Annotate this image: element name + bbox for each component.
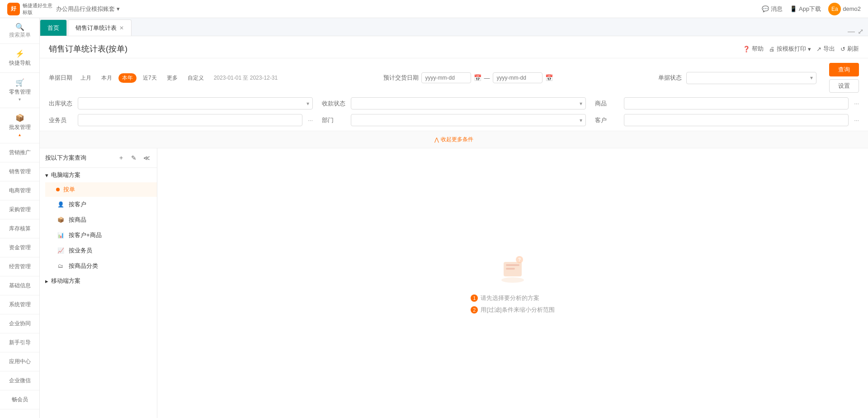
sidebar-item-inventory[interactable]: 库存核算 bbox=[0, 219, 39, 238]
empty-tip-2: 2 用[过滤]条件来缩小分析范围 bbox=[471, 304, 554, 316]
empty-tip-1: 1 请先选择要分析的方案 bbox=[471, 292, 554, 304]
expected-date-label: 预计交货日期 bbox=[383, 74, 419, 82]
settings-button[interactable]: 设置 bbox=[829, 79, 859, 93]
tree-item-by-order[interactable]: 按单 bbox=[45, 182, 157, 197]
logo-text: 畅捷通好生意 标版 bbox=[23, 2, 52, 15]
active-dot-icon bbox=[56, 188, 60, 191]
collapse-btn[interactable]: ⋀ 收起更多条件 bbox=[434, 136, 473, 143]
calendar-end-icon[interactable]: 📅 bbox=[545, 74, 553, 81]
goods-field-group: 商品 ··· bbox=[595, 97, 859, 109]
refresh-btn[interactable]: ↺ 刷新 bbox=[840, 45, 859, 53]
sidebar-item-ecommerce[interactable]: 电商管理 bbox=[0, 181, 39, 200]
tree-item-by-category[interactable]: 🗂 按商品分类 bbox=[45, 258, 157, 274]
shortcut-7days[interactable]: 近7天 bbox=[139, 73, 160, 83]
svg-rect-3 bbox=[506, 268, 515, 270]
top-bar: 好 畅捷通好生意 标版 办公用品行业模拟账套 ▾ 💬 消息 📱 App下载 Ea… bbox=[0, 0, 868, 18]
tree-expand-icon: ▾ bbox=[45, 172, 48, 179]
sidebar-item-system[interactable]: 系统管理 bbox=[0, 295, 39, 314]
search-button[interactable]: 查询 bbox=[829, 63, 859, 76]
refresh-icon: ↺ bbox=[840, 46, 845, 52]
tab-minimize-icon[interactable]: — bbox=[848, 28, 855, 36]
sidebar-item-purchase[interactable]: 采购管理 bbox=[0, 200, 39, 219]
sidebar-item-quick-nav[interactable]: ⚡ 快捷导航 bbox=[0, 44, 39, 73]
sidebar-item-wechat[interactable]: 企业微信 bbox=[0, 371, 39, 390]
tab-home[interactable]: 首页 bbox=[40, 19, 67, 36]
tree-parent-desktop[interactable]: ▾ 电脑端方案 bbox=[40, 168, 157, 182]
tab-maximize-icon[interactable]: ⤢ bbox=[858, 27, 863, 36]
sidebar-item-sales[interactable]: 销售管理 bbox=[0, 162, 39, 181]
expected-date-start[interactable] bbox=[421, 72, 471, 83]
tab-sales-order-stats[interactable]: 销售订单统计表 ✕ bbox=[68, 19, 132, 36]
date-field-group: 单据日期 上月 本月 本年 近7天 更多 自定义 2023-01-01 至 20… bbox=[49, 73, 278, 83]
shortcut-custom[interactable]: 自定义 bbox=[184, 73, 208, 83]
shortcut-more[interactable]: 更多 bbox=[163, 73, 181, 83]
collapse-section: ⋀ 收起更多条件 bbox=[40, 131, 868, 148]
empty-state: ? 1 请先选择要分析的方案 2 用[过滤]条件来缩小分析范围 bbox=[471, 251, 554, 316]
message-icon: 💬 bbox=[762, 5, 769, 12]
payment-select[interactable] bbox=[351, 97, 586, 109]
main-body: 按以下方案查询 ＋ ✎ ≪ ▾ 电脑端方案 bbox=[40, 148, 868, 418]
help-icon: ❓ bbox=[743, 46, 750, 52]
export-icon: ↗ bbox=[816, 46, 821, 52]
company-selector[interactable]: 办公用品行业模拟账套 ▾ bbox=[56, 5, 120, 13]
tree-parent-mobile[interactable]: ▸ 移动端方案 bbox=[40, 274, 157, 288]
delivery-field-group: 出库状态 bbox=[49, 97, 313, 109]
delivery-select[interactable] bbox=[78, 97, 313, 109]
app-download-btn[interactable]: 📱 App下载 bbox=[790, 5, 821, 13]
empty-tips: 1 请先选择要分析的方案 2 用[过滤]条件来缩小分析范围 bbox=[471, 292, 554, 316]
calendar-start-icon[interactable]: 📅 bbox=[474, 74, 481, 81]
shortcut-this-month[interactable]: 本月 bbox=[98, 73, 116, 83]
export-btn[interactable]: ↗ 导出 bbox=[816, 45, 835, 53]
dept-select-wrap bbox=[351, 114, 586, 126]
tree-collapse-icon: ▸ bbox=[45, 278, 48, 285]
edit-scheme-btn[interactable]: ✎ bbox=[129, 153, 139, 163]
sidebar-item-finance[interactable]: 资金管理 bbox=[0, 238, 39, 257]
tip-num-2: 2 bbox=[471, 306, 478, 314]
help-btn[interactable]: ❓ 帮助 bbox=[743, 45, 764, 53]
payment-select-wrap bbox=[351, 97, 586, 109]
print-icon: 🖨 bbox=[769, 46, 775, 52]
sidebar-item-member[interactable]: 畅会员 bbox=[0, 390, 39, 409]
customer-dots-btn[interactable]: ··· bbox=[854, 117, 859, 124]
goods-input[interactable] bbox=[624, 97, 849, 109]
tree-item-by-salesman[interactable]: 📈 按业务员 bbox=[45, 243, 157, 258]
add-scheme-btn[interactable]: ＋ bbox=[116, 153, 126, 163]
print-arrow-icon: ▾ bbox=[808, 46, 811, 52]
tree-item-by-goods[interactable]: 📦 按商品 bbox=[45, 212, 157, 228]
salesman-input[interactable] bbox=[78, 114, 302, 126]
print-template-btn[interactable]: 🖨 按模板打印 ▾ bbox=[769, 45, 811, 53]
empty-state-icon: ? bbox=[495, 251, 531, 287]
tree-item-by-customer-goods[interactable]: 📊 按客户+商品 bbox=[45, 228, 157, 243]
customer-input[interactable] bbox=[624, 114, 849, 126]
expected-date-end[interactable] bbox=[493, 72, 542, 83]
salesman-icon: 📈 bbox=[56, 246, 65, 255]
shortcut-last-month[interactable]: 上月 bbox=[77, 73, 95, 83]
sidebar-search[interactable]: 🔍 搜索菜单 bbox=[0, 18, 39, 44]
tab-close-icon[interactable]: ✕ bbox=[119, 25, 124, 31]
left-panel-title: 按以下方案查询 bbox=[45, 154, 86, 162]
payment-field-group: 收款状态 bbox=[322, 97, 586, 109]
sidebar-item-marketing[interactable]: 营销推广 bbox=[0, 143, 39, 162]
sidebar-item-enterprise[interactable]: 企业协同 bbox=[0, 314, 39, 333]
sidebar-item-app-center[interactable]: 应用中心 bbox=[0, 352, 39, 371]
collapse-panel-btn[interactable]: ≪ bbox=[142, 153, 151, 163]
dept-select[interactable] bbox=[351, 114, 586, 126]
sidebar-item-retail[interactable]: 🛒 零售管理 ▾ bbox=[0, 73, 39, 108]
sidebar-item-wholesale[interactable]: 📦 批发管理 ▴ bbox=[0, 108, 39, 143]
svg-point-0 bbox=[501, 277, 524, 283]
user-menu[interactable]: Ea demo2 bbox=[828, 3, 861, 15]
goods-label: 商品 bbox=[595, 100, 620, 108]
status-select[interactable] bbox=[686, 72, 816, 84]
sidebar-item-guide[interactable]: 新手引导 bbox=[0, 333, 39, 352]
message-btn[interactable]: 💬 消息 bbox=[762, 5, 783, 13]
sidebar-item-basic[interactable]: 基础信息 bbox=[0, 276, 39, 295]
page-title: 销售订单统计表(按单) bbox=[49, 43, 127, 54]
sidebar-item-operation[interactable]: 经营管理 bbox=[0, 257, 39, 276]
salesman-dots-btn[interactable]: ··· bbox=[308, 117, 313, 124]
filter-actions: 查询 设置 bbox=[829, 63, 859, 93]
goods-dots-btn[interactable]: ··· bbox=[854, 100, 859, 107]
content-area: 首页 销售订单统计表 ✕ — ⤢ 销售订单统计表(按单) ❓ 帮助 bbox=[40, 18, 868, 418]
sidebar: 🔍 搜索菜单 ⚡ 快捷导航 🛒 零售管理 ▾ 📦 批发管理 ▴ 营销推广 销售管… bbox=[0, 18, 40, 418]
shortcut-this-year[interactable]: 本年 bbox=[118, 73, 137, 83]
tree-item-by-customer[interactable]: 👤 按客户 bbox=[45, 197, 157, 212]
